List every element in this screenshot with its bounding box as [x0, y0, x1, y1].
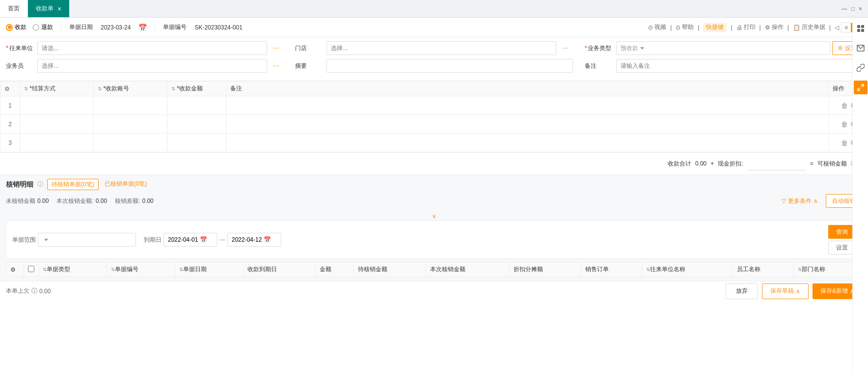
history-icon: 📋: [793, 24, 800, 31]
draft-btn[interactable]: 保存草稿 ∧: [762, 283, 809, 299]
history-btn[interactable]: 📋 历史单据: [793, 23, 825, 31]
bth-type: ⇅单据类型: [39, 262, 107, 277]
summary-row: 收款合计 0.00 + 现金折扣: = 可核销金额 0.00: [0, 153, 868, 174]
table-settings-icon[interactable]: ⚙: [4, 85, 10, 92]
order-label: 本单上欠: [6, 287, 29, 295]
row-3-remark[interactable]: [226, 134, 829, 152]
discard-btn[interactable]: 放弃: [726, 283, 758, 299]
date-from-value: 2022-04-01: [168, 236, 198, 243]
tab-home[interactable]: 首页: [0, 0, 28, 17]
th-remark-label: 备注: [230, 85, 242, 92]
remark-input[interactable]: [616, 59, 862, 73]
minimize-icon[interactable]: —: [841, 5, 847, 12]
store-input[interactable]: [326, 41, 556, 55]
list-view-btn[interactable]: ≡: [841, 23, 851, 32]
tab-close-icon[interactable]: ×: [57, 5, 61, 13]
due-date-label: 到期日: [144, 236, 162, 244]
row-2-account[interactable]: [94, 115, 167, 134]
row-2-delete-icon[interactable]: 🗑: [841, 120, 848, 128]
row-1-amount[interactable]: [167, 96, 226, 115]
video-btn[interactable]: ⊙ 视频: [648, 23, 666, 31]
print-btn[interactable]: 🖨 打印: [736, 23, 756, 31]
toolbar-right: ⊙ 视频 | ⊙ 帮助 | 快捷键 | 🖨 打印 | ⚙ 操作 |: [648, 23, 862, 32]
more-filter-label: 更多条件: [788, 197, 812, 205]
filter-settings-btn[interactable]: 设置: [828, 241, 856, 254]
range-select[interactable]: [38, 233, 136, 247]
help-btn[interactable]: ⊙ 帮助: [676, 23, 694, 31]
bth-checkbox: [24, 262, 39, 277]
receive-radio[interactable]: 收款: [6, 23, 27, 31]
toolbar: 收款 退款 单据日期 2023-03-24 📅 单据编号 SK-20230324…: [0, 18, 868, 37]
form-row-2: 业务员 ··· 摘要 备注: [6, 59, 862, 73]
row-3-account[interactable]: [94, 134, 167, 152]
shortcut-btn[interactable]: 快捷键: [703, 23, 727, 32]
bottom-table: ⚙ ⇅单据类型 ⇅单据编号 ⇅单据日期 收款到期日 金额 待核销金额 本次核销金…: [6, 262, 862, 277]
maximize-icon[interactable]: □: [851, 5, 855, 12]
date-value[interactable]: 2023-03-24: [101, 24, 131, 31]
remark-field: 备注: [585, 59, 862, 73]
refund-radio[interactable]: 退款: [32, 23, 53, 31]
row-1-account[interactable]: [94, 96, 167, 115]
date-to-input[interactable]: 2022-04-12 📅: [227, 233, 281, 247]
row-1-settlement[interactable]: [20, 96, 94, 115]
side-table-icon[interactable]: [854, 22, 868, 35]
info-icon[interactable]: ⓘ: [37, 180, 43, 189]
store-more-btn[interactable]: ···: [558, 44, 572, 53]
table-container: ⚙ ⇅ *结算方式 ⇅ *收款账号 ⇅ *收款金额 备注: [0, 81, 868, 153]
unchecked-label: 未核销金额: [6, 197, 35, 205]
date-label: 单据日期: [69, 23, 93, 31]
side-email-icon[interactable]: [854, 41, 868, 55]
row-3-delete-icon[interactable]: 🗑: [841, 139, 848, 147]
operations-btn[interactable]: ⚙ 操作: [765, 23, 784, 31]
print-icon: 🖨: [736, 24, 742, 31]
number-value: SK-20230324-001: [194, 24, 242, 31]
done-tab[interactable]: 已核销单据(0笔): [101, 179, 151, 190]
pending-tab[interactable]: 待核销单据(0笔): [47, 179, 99, 190]
summary-input[interactable]: [326, 59, 572, 73]
date-from-input[interactable]: 2022-04-01 📅: [163, 233, 217, 247]
side-expand-icon[interactable]: [854, 81, 868, 94]
row-3-no: 3: [0, 134, 20, 152]
discount-input[interactable]: [747, 157, 806, 170]
query-btn[interactable]: 查询: [828, 225, 856, 239]
bth-current-amount: 本次核销金额: [426, 262, 509, 277]
current-label: 本次核销金额:: [56, 197, 93, 205]
video-icon: ⊙: [648, 24, 653, 31]
equals-sign: =: [810, 160, 814, 167]
counterpart-more-btn[interactable]: ···: [269, 44, 283, 53]
row-2-amount[interactable]: [167, 115, 226, 134]
table-row: 2 🗑 ⧉: [0, 115, 868, 134]
collect-total-value: 0.00: [695, 160, 706, 167]
business-type-field: 业务类型 预收款 ⚙ 设置: [585, 41, 862, 55]
tab-active[interactable]: 收款单 ×: [28, 0, 69, 17]
counterpart-input[interactable]: [37, 41, 267, 55]
section-header: 核销明细 ⓘ 待核销单据(0笔) 已核销单据(0笔): [6, 179, 862, 190]
prev-icon[interactable]: ◁: [835, 24, 839, 31]
operations-icon: ⚙: [765, 24, 770, 31]
draft-btn-label: 保存草稿: [770, 287, 794, 295]
tab-bar: 首页 收款单 × — □ ×: [0, 0, 868, 18]
bth-due-date: 收款到期日: [244, 262, 316, 277]
save-btn-label: 保存&新增: [820, 287, 848, 295]
close-window-icon[interactable]: ×: [859, 5, 862, 12]
store-label: 门店: [295, 44, 325, 53]
svg-rect-1: [861, 25, 864, 28]
row-1-delete-icon[interactable]: 🗑: [841, 102, 848, 110]
business-type-select[interactable]: 预收款: [616, 41, 830, 55]
staff-more-btn[interactable]: ···: [269, 61, 283, 70]
row-3-settlement[interactable]: [20, 134, 94, 152]
bth-settings-icon[interactable]: ⚙: [10, 266, 16, 273]
collapse-arrow-icon[interactable]: ∨: [432, 213, 436, 220]
more-filter-btn[interactable]: ▽ 更多条件 ∧: [782, 197, 818, 205]
calendar-icon[interactable]: 📅: [138, 24, 147, 31]
verification-section: 核销明细 ⓘ 待核销单据(0笔) 已核销单据(0笔) 未核销金额 0.00 本次…: [0, 174, 868, 281]
discount-label: 现金折扣:: [718, 160, 743, 168]
select-all-checkbox[interactable]: [28, 266, 34, 272]
side-link-icon[interactable]: [854, 61, 868, 75]
row-2-remark[interactable]: [226, 115, 829, 134]
row-3-amount[interactable]: [167, 134, 226, 152]
staff-input[interactable]: [37, 59, 267, 73]
row-2-settlement[interactable]: [20, 115, 94, 134]
bth-settings: ⚙: [6, 262, 24, 277]
row-1-remark[interactable]: [226, 96, 829, 115]
